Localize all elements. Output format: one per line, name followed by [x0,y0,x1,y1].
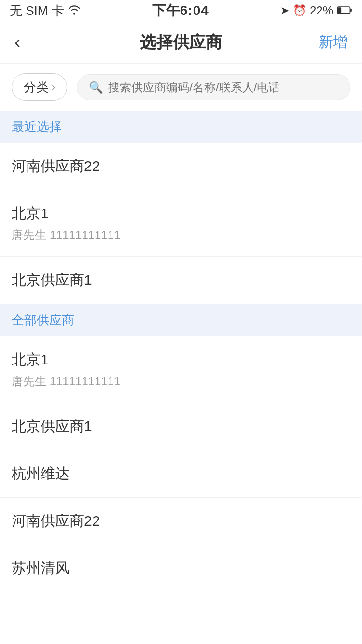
item-name: 北京1 [12,350,350,370]
item-name: 北京供应商1 [12,270,350,290]
list-item[interactable]: 河南供应商22 [0,498,362,545]
page-title: 选择供应商 [140,31,222,54]
item-sub: 唐先生 11111111111 [12,374,350,389]
search-input[interactable] [108,81,338,94]
category-label: 分类 [24,79,49,96]
item-name: 北京供应商1 [12,417,350,436]
battery-text: 22% [310,4,333,17]
list-item[interactable]: 北京1唐先生 11111111111 [0,190,362,257]
status-right: ➤ ⏰ 22% [280,4,352,17]
list-item[interactable]: 北京供应商1 [0,403,362,450]
list-item[interactable]: 苏州清风 [0,545,362,592]
alarm-icon: ⏰ [293,4,306,17]
nav-bar: ‹ 选择供应商 新增 [0,21,362,64]
recent-section-header: 最近选择 [0,111,362,143]
carrier-text: 无 SIM 卡 [10,2,64,19]
all-section-header: 全部供应商 [0,304,362,336]
item-name: 北京1 [12,204,350,224]
list-item[interactable]: 河南供应商22 [0,143,362,190]
item-name: 河南供应商22 [12,511,350,531]
search-icon: 🔍 [89,81,103,94]
list-item[interactable]: 北京1唐先生 11111111111 [0,336,362,403]
svg-rect-2 [350,9,351,12]
list-item[interactable]: 北京供应商1 [0,257,362,304]
add-button[interactable]: 新增 [319,32,348,52]
item-sub: 唐先生 11111111111 [12,227,350,243]
recent-items-list: 河南供应商22北京1唐先生 11111111111北京供应商1 [0,143,362,304]
back-button[interactable]: ‹ [14,32,43,53]
status-time: 下午6:04 [152,1,209,20]
filter-bar: 分类 › 🔍 [0,64,362,111]
category-button[interactable]: 分类 › [12,73,67,101]
chevron-right-icon: › [52,81,55,94]
list-item[interactable]: 杭州维达 [0,450,362,498]
wifi-icon [68,3,81,18]
search-box: 🔍 [77,74,350,100]
item-name: 河南供应商22 [12,156,350,176]
item-name: 杭州维达 [12,464,350,484]
battery-icon [337,4,352,17]
status-left: 无 SIM 卡 [10,2,81,19]
location-icon: ➤ [280,4,289,17]
all-items-list: 北京1唐先生 11111111111北京供应商1杭州维达河南供应商22苏州清风 [0,336,362,592]
svg-rect-1 [338,7,341,13]
item-name: 苏州清风 [12,559,350,578]
status-bar: 无 SIM 卡 下午6:04 ➤ ⏰ 22% [0,0,362,21]
